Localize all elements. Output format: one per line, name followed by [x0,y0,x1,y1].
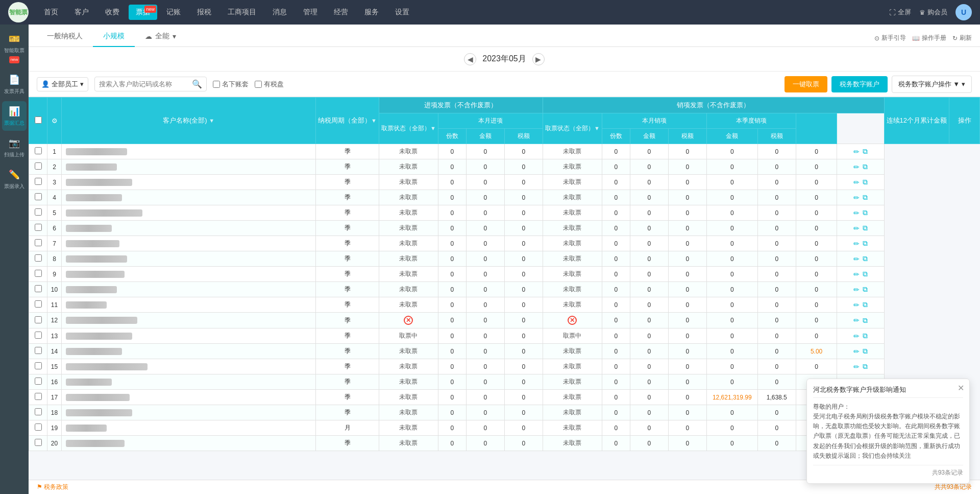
edit-icon[interactable]: ✏ [853,255,860,263]
nav-tax[interactable]: 报税 [190,5,218,20]
nav-invoice[interactable]: 票据 new [129,5,157,20]
copy-icon[interactable]: ⧉ [863,285,868,294]
row-select[interactable] [35,362,42,369]
popup-close-btn[interactable]: ✕ [958,383,964,393]
member-btn[interactable]: ♛ 购会员 [919,8,947,17]
tab-all[interactable]: ☁ 全能 ▾ [135,27,186,47]
next-period-btn[interactable]: ▶ [532,53,545,65]
edit-icon[interactable]: ✏ [853,270,860,278]
row-select[interactable] [35,332,42,339]
row-select[interactable] [35,270,42,277]
edit-icon[interactable]: ✏ [853,163,860,171]
tax-operation-btn[interactable]: 税务数字账户操作 ▼ ▾ [892,76,972,93]
copy-icon[interactable]: ⧉ [863,239,868,248]
copy-icon[interactable]: ⧉ [863,178,868,186]
row-select[interactable] [35,347,42,354]
edit-icon[interactable]: ✏ [853,332,860,340]
copy-icon[interactable]: ⧉ [863,162,868,171]
tab-general-taxpayer[interactable]: 一般纳税人 [37,27,93,47]
edit-icon[interactable]: ✏ [853,194,860,202]
prev-period-btn[interactable]: ◀ [464,53,476,65]
row-select[interactable] [35,300,42,308]
checkbox-account-input[interactable] [213,81,220,88]
sidebar-item-entry[interactable]: ✏️ 票据录入 [2,164,27,194]
nav-manage[interactable]: 管理 [296,5,325,20]
row-select[interactable] [35,162,42,170]
nav-fee[interactable]: 收费 [98,5,127,20]
row-select[interactable] [35,378,42,385]
copy-icon[interactable]: ⧉ [863,254,868,263]
settings-icon[interactable]: ⚙ [52,117,58,125]
row-in-amount: 0 [466,420,504,436]
row-select[interactable] [35,178,42,185]
row-in-count: 0 [438,236,466,251]
copy-icon[interactable]: ⧉ [863,332,868,340]
tax-policy-link[interactable]: ⚑ 税务政策 [37,483,68,491]
copy-icon[interactable]: ⧉ [863,193,868,202]
copy-icon[interactable]: ⧉ [863,208,868,217]
row-out-status: 取票中 [543,328,602,344]
search-input[interactable] [99,80,192,88]
edit-icon[interactable]: ✏ [853,148,860,156]
edit-icon[interactable]: ✏ [853,363,860,371]
row-qtr-amount: 0 [706,159,757,175]
copy-icon[interactable]: ⧉ [863,316,868,325]
edit-icon[interactable]: ✏ [853,316,860,324]
row-select[interactable] [35,147,42,154]
copy-icon[interactable]: ⧉ [863,224,868,232]
one-key-btn[interactable]: 一键取票 [785,76,827,92]
row-select[interactable] [35,224,42,231]
sidebar-item-smart-ticket[interactable]: 🎫 智能取票 new [2,29,27,67]
nav-bookkeeping[interactable]: 记账 [159,5,188,20]
nav-message[interactable]: 消息 [265,5,294,20]
edit-icon[interactable]: ✏ [853,301,860,309]
copy-icon[interactable]: ⧉ [863,270,868,278]
row-select[interactable] [35,439,42,446]
tab-small-scale[interactable]: 小规模 [93,27,135,47]
row-select[interactable] [35,316,42,323]
manual-btn[interactable]: 📖 操作手册 [912,34,946,42]
row-checkbox [29,190,47,205]
guide-btn[interactable]: ⊙ 新手引导 [874,34,906,42]
row-select[interactable] [35,408,42,415]
nav-business[interactable]: 工商项目 [220,5,263,20]
copy-icon[interactable]: ⧉ [863,347,868,356]
edit-icon[interactable]: ✏ [853,240,860,248]
row-select[interactable] [35,208,42,216]
sidebar-item-summary[interactable]: 📊 票据汇总 [2,101,27,131]
nav-settings[interactable]: 设置 [388,5,416,20]
tax-digital-btn[interactable]: 税务数字账户 [831,76,888,92]
copy-icon[interactable]: ⧉ [863,147,868,156]
row-select[interactable] [35,424,42,431]
row-in-amount: 0 [466,297,504,313]
edit-icon[interactable]: ✏ [853,209,860,217]
row-select[interactable] [35,254,42,262]
edit-icon[interactable]: ✏ [853,286,860,294]
select-all-checkbox[interactable] [35,116,42,124]
checkbox-taxdisk-input[interactable] [255,81,262,88]
copy-icon[interactable]: ⧉ [863,362,868,371]
nav-client[interactable]: 客户 [67,5,96,20]
edit-icon[interactable]: ✏ [853,224,860,232]
user-avatar[interactable]: U [955,4,972,20]
edit-icon[interactable]: ✏ [853,178,860,186]
edit-icon[interactable]: ✏ [853,347,860,356]
sidebar-item-issue[interactable]: 📄 发票开具 [2,69,27,99]
sidebar-item-scan[interactable]: 📷 扫描上传 [2,133,27,162]
row-out-tax: 0 [668,144,706,159]
row-select[interactable] [35,285,42,292]
checkbox-taxdisk[interactable]: 有税盘 [255,80,284,89]
checkbox-account[interactable]: 名下账套 [213,80,249,89]
nav-service[interactable]: 服务 [357,5,386,20]
row-select[interactable] [35,193,42,200]
fullscreen-btn[interactable]: ⛶ 全屏 [889,8,911,17]
row-select[interactable] [35,393,42,400]
row-select[interactable] [35,239,42,246]
row-out-tax: 0 [668,313,706,328]
copy-icon[interactable]: ⧉ [863,300,868,309]
nav-home[interactable]: 首页 [37,5,65,20]
nav-operation[interactable]: 经营 [327,5,355,20]
search-icon[interactable]: 🔍 [192,79,202,89]
refresh-btn[interactable]: ↻ 刷新 [952,34,972,42]
employee-filter[interactable]: 👤 全部员工 ▾ [37,77,88,91]
